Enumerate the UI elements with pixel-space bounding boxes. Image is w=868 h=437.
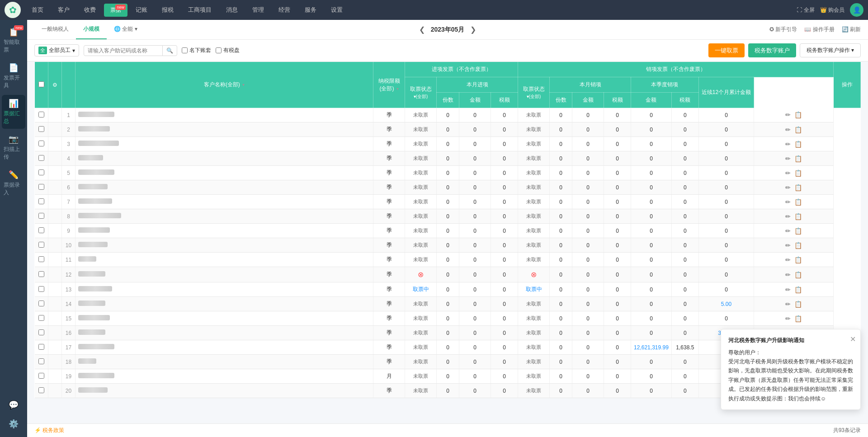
- consec12[interactable]: 5.00: [721, 301, 731, 307]
- row-checkbox[interactable]: [38, 329, 44, 335]
- row-checkbox-cell[interactable]: [35, 209, 48, 224]
- row-checkbox-cell[interactable]: [35, 253, 48, 267]
- row-checkbox[interactable]: [38, 198, 44, 204]
- tab-all[interactable]: 🌐 全能 ▾: [107, 20, 145, 39]
- edit-icon[interactable]: ✏: [785, 198, 791, 206]
- row-checkbox-cell[interactable]: [35, 180, 48, 195]
- copy-icon[interactable]: 📋: [794, 271, 802, 278]
- edit-icon[interactable]: ✏: [785, 271, 791, 278]
- row-checkbox[interactable]: [38, 256, 44, 262]
- tab-general-taxpayer[interactable]: 一般纳税人: [34, 20, 76, 39]
- nav-home[interactable]: 首页: [25, 3, 50, 17]
- notification-close-button[interactable]: ✕: [850, 333, 856, 345]
- edit-icon[interactable]: ✏: [785, 315, 791, 322]
- app-logo[interactable]: ✿: [5, 2, 21, 18]
- row-checkbox[interactable]: [38, 141, 44, 146]
- checkbox-taxpad[interactable]: 有税盘: [216, 47, 240, 54]
- vip-btn[interactable]: 👑 购会员: [820, 6, 844, 14]
- row-checkbox-cell[interactable]: [35, 326, 48, 340]
- row-checkbox[interactable]: [38, 286, 44, 292]
- select-all-checkbox[interactable]: [38, 81, 44, 87]
- row-checkbox-cell[interactable]: [35, 224, 48, 238]
- copy-icon[interactable]: 📋: [794, 227, 802, 235]
- copy-icon[interactable]: 📋: [794, 301, 802, 308]
- row-checkbox-cell[interactable]: [35, 151, 48, 166]
- row-checkbox[interactable]: [38, 184, 44, 190]
- row-checkbox[interactable]: [38, 271, 44, 277]
- edit-icon[interactable]: ✏: [785, 227, 791, 235]
- nav-client[interactable]: 客户: [52, 3, 76, 17]
- edit-icon[interactable]: ✏: [785, 256, 791, 263]
- checkbox-account[interactable]: 名下账套: [182, 47, 211, 54]
- edit-icon[interactable]: ✏: [785, 155, 791, 162]
- copy-icon[interactable]: 📋: [794, 111, 802, 118]
- copy-icon[interactable]: 📋: [794, 213, 802, 220]
- row-checkbox-cell[interactable]: [35, 384, 48, 398]
- row-checkbox[interactable]: [38, 227, 44, 233]
- row-checkbox-cell[interactable]: [35, 282, 48, 297]
- copy-icon[interactable]: 📋: [794, 256, 802, 263]
- row-checkbox-cell[interactable]: [35, 137, 48, 151]
- tax-policy-link[interactable]: ⚡ 税务政策: [34, 427, 64, 434]
- nav-service[interactable]: 服务: [298, 3, 323, 17]
- manual-link[interactable]: 📖 操作手册: [804, 26, 834, 33]
- edit-icon[interactable]: ✏: [785, 169, 791, 177]
- nav-message[interactable]: 消息: [220, 3, 244, 17]
- row-checkbox-cell[interactable]: [35, 355, 48, 369]
- sidebar-item-invoice-open[interactable]: 📄 发票开具: [2, 59, 25, 93]
- row-checkbox[interactable]: [38, 358, 44, 364]
- row-checkbox-cell[interactable]: [35, 238, 48, 253]
- col-out-status-header[interactable]: 取票状态▾(全部): [518, 77, 550, 108]
- col-quota-header[interactable]: 纳税限额(全部) ▾: [373, 62, 405, 108]
- row-checkbox[interactable]: [38, 126, 44, 132]
- sidebar-item-settings[interactable]: ⚙️: [2, 415, 25, 432]
- edit-icon[interactable]: ✏: [785, 126, 791, 133]
- nav-management[interactable]: 管理: [246, 3, 270, 17]
- user-avatar[interactable]: 👤: [850, 3, 863, 17]
- copy-icon[interactable]: 📋: [794, 242, 802, 249]
- sidebar-item-entry[interactable]: ✏️ 票据录入: [2, 166, 25, 200]
- tab-small-scale[interactable]: 小规模: [76, 20, 107, 39]
- row-checkbox-cell[interactable]: [35, 297, 48, 311]
- row-checkbox[interactable]: [38, 213, 44, 219]
- col-settings-header[interactable]: ⚙: [48, 62, 62, 108]
- guide-link[interactable]: ✪ 新手引导: [769, 26, 797, 33]
- copy-icon[interactable]: 📋: [794, 141, 802, 148]
- prev-date-button[interactable]: ❮: [417, 25, 427, 35]
- sidebar-item-message[interactable]: 💬: [2, 396, 25, 414]
- copy-icon[interactable]: 📋: [794, 126, 802, 133]
- row-checkbox-cell[interactable]: [35, 267, 48, 282]
- edit-icon[interactable]: ✏: [785, 141, 791, 148]
- copy-icon[interactable]: 📋: [794, 184, 802, 191]
- sidebar-item-scan[interactable]: 📷 扫描上传: [2, 131, 25, 164]
- col-in-status-header[interactable]: 取票状态▾(全部): [405, 77, 437, 108]
- edit-icon[interactable]: ✏: [785, 242, 791, 249]
- col-client-header[interactable]: 客户名称(全部) ▾: [75, 62, 373, 108]
- nav-tax[interactable]: 报税: [156, 3, 180, 17]
- row-checkbox[interactable]: [38, 344, 44, 350]
- tax-digital-account-button[interactable]: 税务数字账户: [748, 43, 796, 57]
- row-checkbox-cell[interactable]: [35, 195, 48, 209]
- nav-operation[interactable]: 经营: [272, 3, 297, 17]
- nav-settings[interactable]: 设置: [325, 3, 349, 17]
- row-checkbox[interactable]: [38, 112, 44, 117]
- copy-icon[interactable]: 📋: [794, 315, 802, 322]
- row-checkbox[interactable]: [38, 169, 44, 175]
- tax-operation-button[interactable]: 税务数字账户操作 ▾: [800, 43, 861, 57]
- employee-selector[interactable]: 全 全部员工 ▾: [34, 44, 79, 56]
- nav-fee[interactable]: 收费: [78, 3, 102, 17]
- search-button[interactable]: 🔍: [162, 45, 177, 56]
- row-checkbox[interactable]: [38, 242, 44, 248]
- edit-icon[interactable]: ✏: [785, 213, 791, 220]
- refresh-btn[interactable]: 🔄 刷新: [842, 26, 861, 33]
- row-checkbox[interactable]: [38, 373, 44, 379]
- edit-icon[interactable]: ✏: [785, 184, 791, 191]
- row-checkbox-cell[interactable]: [35, 311, 48, 326]
- copy-icon[interactable]: 📋: [794, 286, 802, 293]
- row-checkbox[interactable]: [38, 155, 44, 161]
- next-date-button[interactable]: ❯: [468, 25, 478, 35]
- row-checkbox[interactable]: [38, 387, 44, 393]
- copy-icon[interactable]: 📋: [794, 169, 802, 177]
- row-checkbox[interactable]: [38, 315, 44, 321]
- row-checkbox-cell[interactable]: [35, 340, 48, 355]
